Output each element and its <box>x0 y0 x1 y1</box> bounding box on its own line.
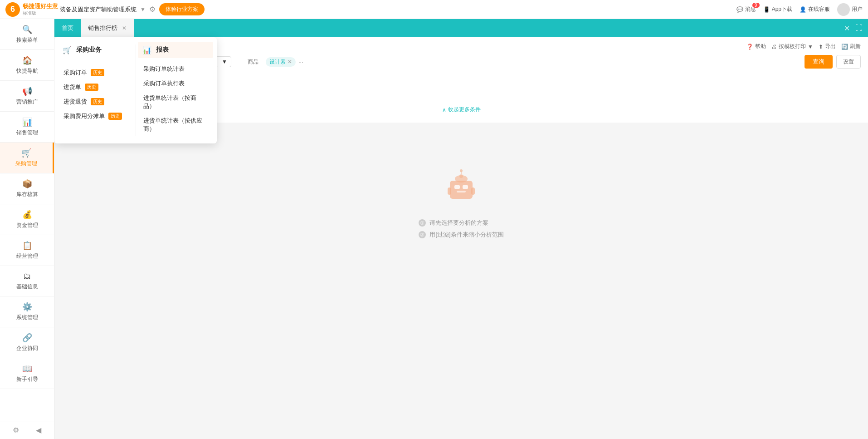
report-title-text: 报表 <box>156 46 169 54</box>
report-section-icon: 📊 <box>141 44 152 55</box>
sidebar-item-operation[interactable]: 📋 经营管理 <box>0 235 54 266</box>
collapse-icon: ∧ <box>442 107 446 113</box>
collapse-text: 收起更多条件 <box>448 106 481 113</box>
sidebar-item-quicknav[interactable]: 🏠 快捷导航 <box>0 50 54 81</box>
goods-tag-close[interactable]: ✕ <box>288 59 292 65</box>
tab-home-label: 首页 <box>62 24 73 32</box>
sidebar-item-guide[interactable]: 📖 新手引导 <box>0 358 54 389</box>
tab-close-window-icon[interactable]: ✕ <box>842 22 852 35</box>
svg-rect-4 <box>448 187 451 195</box>
print-button[interactable]: 🖨 按模板打印 ▼ <box>771 43 813 50</box>
menu-item-purchase-order-exec[interactable]: 采购订单执行表 <box>141 76 210 91</box>
svg-point-7 <box>459 174 463 178</box>
sales-icon: 📊 <box>22 117 32 127</box>
tab-home[interactable]: 首页 <box>54 19 81 37</box>
marketing-icon: 📢 <box>22 86 32 96</box>
logo-text: 畅捷通好生意 标准版 <box>23 3 58 16</box>
goods-tag: 设计素 ✕ <box>266 57 296 67</box>
tab-bar: 首页 销售排行榜 ✕ ✕ ⛶ <box>54 19 868 37</box>
sidebar: 🔍 搜索菜单 🏠 快捷导航 📢 营销推广 📊 销售管理 🛒 采购管理 📦 库存核… <box>0 19 54 439</box>
menu-item-return[interactable]: 进货退货 历史 <box>62 94 130 109</box>
help-icon: ❓ <box>746 44 753 50</box>
goods-dots[interactable]: ··· <box>298 59 303 65</box>
phone-icon: 📱 <box>763 6 770 13</box>
refresh-button[interactable]: 🔄 刷新 <box>841 43 861 50</box>
toolbar-right: ❓ 帮助 🖨 按模板打印 ▼ ⬆ 导出 🔄 <box>746 43 861 50</box>
app-download[interactable]: 📱 App下载 <box>763 5 792 13</box>
menu-item-purchase-order[interactable]: 采购订单 历史 <box>62 65 130 80</box>
settings-button[interactable]: 设置 <box>836 55 861 69</box>
tip-text-1: 请先选择要分析的方案 <box>429 217 488 229</box>
sidebar-settings-icon[interactable]: ⚙ <box>13 426 19 434</box>
sidebar-collapse-icon[interactable]: ◀ <box>36 426 41 434</box>
inventory-icon: 📦 <box>22 179 32 189</box>
sidebar-item-basic[interactable]: 🗂 基础信息 <box>0 266 54 296</box>
menu-item-inbound-stats-supplier-label: 进货单统计表（按供应商） <box>143 117 208 133</box>
user-name-label: 用户 <box>852 5 863 13</box>
system-name: 装备及固定资产辅助管理系统 <box>60 5 137 14</box>
sidebar-item-purchase[interactable]: 🛒 采购管理 <box>0 143 54 173</box>
main-layout: 🔍 搜索菜单 🏠 快捷导航 📢 营销推广 📊 销售管理 🛒 采购管理 📦 库存核… <box>0 19 868 439</box>
search-icon: 🔍 <box>22 25 32 35</box>
sidebar-label-quicknav: 快捷导航 <box>16 67 38 75</box>
system-dropdown-arrow[interactable]: ▼ <box>140 6 146 13</box>
goods-filter: 设计素 ✕ ··· <box>266 57 303 67</box>
menu-item-return-label: 进货退货 <box>63 98 87 106</box>
purchase-icon: 🛒 <box>21 148 31 158</box>
history-badge-0: 历史 <box>91 69 104 76</box>
purchase-dropdown-menu: 🛒 采购业务 采购订单 历史 进货单 历史 进货退货 历史 采购费用分摊单 <box>54 37 217 143</box>
goods-label: 商品 <box>248 58 258 66</box>
empty-tips: ① 请先选择要分析的方案 ② 用[过滤]条件来缩小分析范围 <box>419 217 503 241</box>
online-service[interactable]: 👤 在线客服 <box>800 5 830 13</box>
tip-text-2: 用[过滤]条件来缩小分析范围 <box>429 229 503 241</box>
sidebar-item-system[interactable]: ⚙️ 系统管理 <box>0 296 54 327</box>
svg-rect-3 <box>457 191 466 192</box>
user-area[interactable]: 用户 <box>837 3 863 16</box>
tab-close-icon[interactable]: ✕ <box>122 25 127 31</box>
avatar <box>837 3 850 16</box>
notification-bell[interactable]: 💬 消息 9 <box>736 5 756 13</box>
menu-item-inbound-stats-goods[interactable]: 进货单统计表（按商品） <box>141 91 210 113</box>
menu-item-inbound[interactable]: 进货单 历史 <box>62 80 130 94</box>
menu-section-report: 📊 报表 采购订单统计表 采购订单执行表 进货单统计表（按商品） 进货单统计表（… <box>141 44 210 136</box>
help-label: 帮助 <box>755 43 766 50</box>
tab-sales-rank[interactable]: 销售排行榜 ✕ <box>81 19 134 37</box>
menu-item-inbound-stats-supplier[interactable]: 进货单统计表（按供应商） <box>141 113 210 136</box>
business-section-icon: 🛒 <box>62 44 73 55</box>
menu-item-expense[interactable]: 采购费用分摊单 历史 <box>62 109 130 123</box>
sidebar-item-finance[interactable]: 💰 资金管理 <box>0 204 54 235</box>
operation-icon: 📋 <box>22 241 32 251</box>
notification-count: 9 <box>752 3 760 8</box>
sidebar-item-search[interactable]: 🔍 搜索菜单 <box>0 19 54 50</box>
print-arrow: ▼ <box>808 44 813 50</box>
empty-tip-2: ② 用[过滤]条件来缩小分析范围 <box>419 229 503 241</box>
collapse-button[interactable]: ∧ 收起更多条件 <box>442 106 481 113</box>
header-right: 💬 消息 9 📱 App下载 👤 在线客服 用户 <box>736 3 863 16</box>
sidebar-item-coop[interactable]: 🔗 企业协同 <box>0 327 54 358</box>
app-download-label: App下载 <box>772 5 792 13</box>
sidebar-item-marketing[interactable]: 📢 营销推广 <box>0 81 54 112</box>
tab-sales-rank-label: 销售排行榜 <box>88 24 117 32</box>
bell-icon: 💬 <box>736 6 743 13</box>
export-button[interactable]: ⬆ 导出 <box>819 43 836 50</box>
sidebar-item-sales[interactable]: 📊 销售管理 <box>0 112 54 143</box>
service-icon: 👤 <box>800 6 806 13</box>
bill-status-select[interactable]: ▼ <box>216 56 231 67</box>
menu-divider <box>136 44 136 136</box>
sidebar-item-inventory[interactable]: 📦 库存核算 <box>0 173 54 204</box>
tab-expand-icon[interactable]: ⛶ <box>853 22 864 34</box>
menu-section-report-title: 📊 报表 <box>138 42 214 58</box>
history-badge-3: 历史 <box>108 113 122 120</box>
menu-item-purchase-order-stats-label: 采购订单统计表 <box>143 65 185 73</box>
svg-point-9 <box>460 169 463 172</box>
menu-item-inbound-label: 进货单 <box>63 83 81 91</box>
menu-item-purchase-order-stats[interactable]: 采购订单统计表 <box>141 62 210 76</box>
help-button[interactable]: ❓ 帮助 <box>746 43 766 50</box>
sidebar-label-sales: 销售管理 <box>16 129 38 137</box>
top-header: 6 畅捷通好生意 标准版 装备及固定资产辅助管理系统 ▼ ⚙ 体验行业方案 💬 … <box>0 0 868 19</box>
query-button[interactable]: 查询 <box>805 55 833 69</box>
menu-section-business: 🛒 采购业务 采购订单 历史 进货单 历史 进货退货 历史 采购费用分摊单 <box>62 44 130 136</box>
trial-button[interactable]: 体验行业方案 <box>159 3 205 15</box>
sidebar-label-marketing: 营销推广 <box>16 98 38 106</box>
system-settings-icon[interactable]: ⚙ <box>149 5 156 14</box>
